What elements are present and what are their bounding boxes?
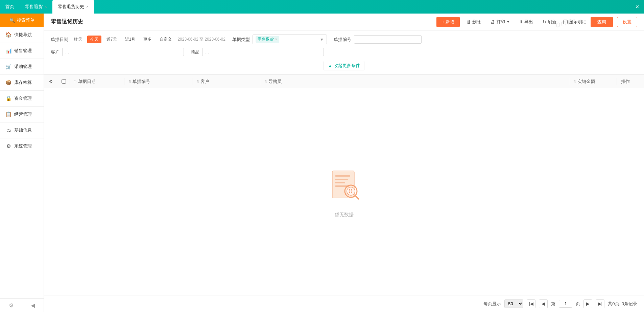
delete-button[interactable]: 🗑 删除 (464, 18, 484, 26)
type-tag: 零售退货 × (256, 36, 279, 43)
page-suffix: 页 (576, 301, 580, 307)
new-button[interactable]: + 新增 (436, 17, 460, 27)
home-icon: 🏠 (5, 32, 11, 38)
page-last-button[interactable]: ▶| (596, 299, 604, 308)
delete-icon: 🗑 (467, 19, 471, 24)
th-number[interactable]: ⇅ 单据编号 (124, 79, 192, 85)
goods-select[interactable]: ... (202, 48, 324, 56)
sidebar-item-finance[interactable]: 🔒 资金管理 (0, 91, 44, 107)
export-button[interactable]: ⬆ 导出 (517, 18, 536, 26)
refresh-label: 刷新 (548, 19, 556, 25)
th-amount-label: 实销金额 (577, 79, 595, 85)
th-guide[interactable]: ⇅ 导购员 (260, 79, 569, 85)
th-amount[interactable]: ⇅ 实销金额 (569, 79, 617, 85)
print-button[interactable]: 🖨 打印 ▼ (488, 18, 512, 26)
query-button[interactable]: 查询 (591, 17, 613, 27)
sidebar-collapse-button[interactable]: ◀ (31, 302, 35, 309)
date-btn-7days[interactable]: 近7天 (103, 36, 120, 43)
top-bar: 首页 零售退货 × 零售退货历史 × × (0, 0, 644, 14)
th-customer-label: 客户 (200, 79, 209, 85)
sidebar-item-quick-nav-label: 快捷导航 (14, 32, 32, 38)
customer-placeholder: ... (65, 49, 69, 54)
page-size-select[interactable]: 50 10 20 100 (504, 299, 523, 308)
customer-select[interactable]: ... (62, 48, 184, 56)
type-tag-close[interactable]: × (275, 38, 277, 41)
refresh-icon: ↻ (543, 19, 546, 24)
th-date[interactable]: ⇅ 单据日期 (70, 79, 124, 85)
tab-home-label: 首页 (5, 4, 14, 10)
sys-icon: ⚙ (5, 143, 11, 149)
number-input[interactable] (354, 35, 422, 44)
tab-retail-return-close[interactable]: × (45, 4, 47, 9)
collapse-filter-button[interactable]: ▲ 收起更多条件 (324, 61, 364, 70)
type-select-arrow: ▼ (320, 37, 324, 42)
tab-retail-return-history-close[interactable]: × (86, 4, 89, 9)
date-btn-today[interactable]: 今天 (87, 36, 101, 43)
export-icon: ⬆ (519, 19, 523, 24)
table-header: ⚙ ⇅ 单据日期 ⇅ 单据编号 ⇅ 客户 (44, 75, 644, 88)
sidebar-item-sys-mgmt-label: 系统管理 (14, 143, 32, 149)
display-toggle[interactable]: 显示明细 (563, 19, 587, 25)
sidebar-bottom: ⚙ ◀ (0, 298, 44, 312)
type-filter: 单据类型 零售退货 × ▼ (232, 35, 327, 44)
tab-retail-return-history[interactable]: 零售退货历史 × (52, 0, 94, 14)
sidebar-item-ops-mgmt-label: 经营管理 (14, 111, 32, 117)
delete-label: 删除 (472, 19, 481, 25)
filter-area: 单据日期 昨天 今天 近7天 近1月 更多 自定义 2023-06-02 至 2… (44, 30, 644, 75)
ops-icon: 📋 (5, 111, 11, 117)
th-amount-sort-icon: ⇅ (573, 80, 576, 83)
th-sort-icon: ⇅ (74, 80, 77, 83)
display-toggle-checkbox[interactable] (563, 20, 568, 24)
date-btn-custom[interactable]: 自定义 (157, 36, 175, 43)
tab-list: 首页 零售退货 × 零售退货历史 × (0, 0, 630, 14)
svg-point-9 (351, 189, 352, 191)
sidebar-search-button[interactable]: 🔍 搜索菜单 (0, 14, 44, 27)
print-icon: 🖨 (491, 19, 495, 24)
select-all-checkbox[interactable] (62, 79, 66, 84)
date-btn-1month[interactable]: 近1月 (122, 36, 139, 43)
svg-point-8 (349, 189, 350, 191)
date-btn-yesterday[interactable]: 昨天 (71, 36, 85, 43)
sidebar-item-ops-mgmt[interactable]: 📋 经营管理 (0, 107, 44, 122)
goods-filter: 商品 ... (191, 48, 324, 56)
page-input[interactable] (559, 300, 572, 308)
collapse-icon: ▲ (328, 63, 332, 68)
sidebar-search-label: 搜索菜单 (17, 17, 34, 23)
sidebar-menu: 🏠 快捷导航 📊 销售管理 🛒 采购管理 📦 库存核算 🔒 资金管理 📋 (0, 27, 44, 298)
window-close-button[interactable]: × (630, 0, 644, 14)
svg-point-11 (351, 192, 352, 193)
svg-rect-1 (335, 175, 350, 177)
sidebar-item-purchase-mgmt[interactable]: 🛒 采购管理 (0, 59, 44, 75)
sidebar-item-basic-info[interactable]: 🗂 基础信息 (0, 122, 44, 138)
sidebar-item-purchase-mgmt-label: 采购管理 (14, 64, 32, 70)
tab-retail-return[interactable]: 零售退货 × (20, 0, 52, 14)
tab-home[interactable]: 首页 (0, 0, 20, 14)
page-header: 零售退货历史 + 新增 🗑 删除 🖨 打印 ▼ ⬆ 导出 ↻ (44, 14, 644, 30)
date-range-display: 2023-06-02 至 2023-06-02 (177, 37, 225, 42)
search-icon: 🔍 (9, 18, 15, 23)
table-settings-icon[interactable]: ⚙ (44, 79, 57, 84)
sidebar-item-finance-label: 资金管理 (14, 95, 32, 102)
settings-button[interactable]: 设置 (617, 17, 637, 27)
type-tag-text: 零售退货 (258, 37, 274, 42)
sidebar-item-inventory[interactable]: 📦 库存核算 (0, 75, 44, 91)
empty-text: 暂无数据 (335, 212, 354, 218)
sales-icon: 📊 (5, 48, 11, 54)
svg-point-6 (347, 187, 355, 195)
sidebar-settings-button[interactable]: ⚙ (9, 302, 14, 309)
sidebar-item-sys-mgmt[interactable]: ⚙ 系统管理 (0, 138, 44, 154)
print-label: 打印 (496, 19, 505, 25)
date-btn-more[interactable]: 更多 (140, 36, 154, 43)
type-select[interactable]: 零售退货 × ▼ (253, 35, 327, 44)
sidebar-item-quick-nav[interactable]: 🏠 快捷导航 (0, 27, 44, 43)
page-next-button[interactable]: ▶ (583, 299, 592, 308)
refresh-button[interactable]: ↻ 刷新 (540, 18, 559, 26)
filter-row-1: 单据日期 昨天 今天 近7天 近1月 更多 自定义 2023-06-02 至 2… (51, 35, 637, 44)
inventory-icon: 📦 (5, 80, 11, 86)
table-select-all[interactable] (57, 79, 70, 84)
page-first-button[interactable]: |◀ (527, 299, 535, 308)
th-customer[interactable]: ⇅ 客户 (192, 79, 260, 85)
sidebar-item-sales-mgmt[interactable]: 📊 销售管理 (0, 43, 44, 59)
number-filter: 单据编号 (334, 35, 422, 44)
page-prev-button[interactable]: ◀ (539, 299, 548, 308)
